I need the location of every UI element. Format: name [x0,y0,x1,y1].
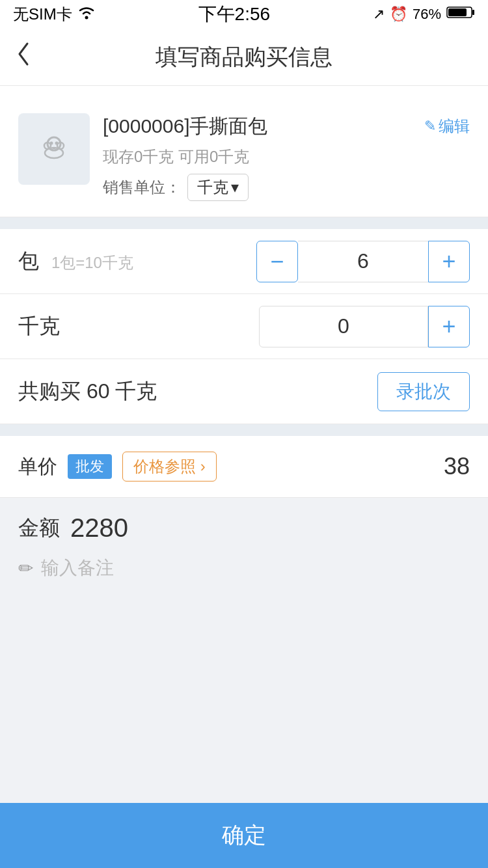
kg-input[interactable] [259,306,428,347]
batch-button[interactable]: 录批次 [377,372,470,411]
note-row[interactable]: ✏ 输入备注 [18,556,470,593]
chevron-down-icon: ▾ [231,178,239,197]
note-placeholder: 输入备注 [41,556,114,580]
bao-input[interactable] [298,241,428,282]
bao-label: 包 1包=10千克 [18,247,256,276]
kg-label: 千克 [18,312,259,341]
price-label: 单价 [18,454,57,480]
amount-section: 金额 2280 ✏ 输入备注 [0,498,488,593]
product-unit: 销售单位： 千克 ▾ [103,174,470,201]
edit-button[interactable]: ✎ 编辑 [424,116,470,137]
product-name: [0000006]手撕面包 [103,113,470,140]
svg-rect-3 [448,8,467,16]
svg-point-0 [85,16,88,20]
price-section: 单价 批发 价格参照 › 38 [0,436,488,498]
edit-icon: ✎ [424,118,436,135]
status-time: 下午2:56 [198,2,271,27]
separator-2 [0,424,488,436]
back-button[interactable] [16,41,31,73]
price-value: 38 [444,453,470,480]
product-thumbnail [18,113,90,185]
price-tag: 批发 [68,454,112,479]
bao-hint: 1包=10千克 [51,254,133,271]
page-title: 填写商品购买信息 [156,42,332,72]
status-bar: 无SIM卡 下午2:56 ↗ ⏰ 76% [0,0,488,29]
kg-increment-button[interactable]: + [428,306,470,347]
confirm-text: 确定 [222,821,266,850]
price-row: 单价 批发 价格参照 › 38 [0,436,488,498]
amount-label: 金额 [18,514,60,543]
confirm-bar[interactable]: 确定 [0,803,488,868]
unit-selector[interactable]: 千克 ▾ [187,174,249,201]
svg-point-9 [55,142,59,145]
svg-point-7 [45,148,63,158]
note-icon: ✏ [18,558,33,579]
separator-1 [0,217,488,229]
bao-decrement-button[interactable]: − [256,241,298,282]
location-icon: ↗ [373,6,385,23]
amount-row: 金额 2280 [18,513,470,543]
svg-point-8 [50,142,53,145]
amount-value: 2280 [70,513,128,543]
product-info: [0000006]手撕面包 现存0千克 可用0千克 销售单位： 千克 ▾ [103,113,470,201]
input-section: 包 1包=10千克 − + 千克 + 共购买 60 千克 录批次 [0,229,488,424]
product-stock: 现存0千克 可用0千克 [103,146,470,167]
product-card: [0000006]手撕面包 现存0千克 可用0千克 销售单位： 千克 ▾ ✎ 编… [0,98,488,217]
nav-bar: 填写商品购买信息 [0,29,488,86]
svg-rect-2 [472,10,474,15]
carrier-text: 无SIM卡 [13,4,72,25]
wifi-icon [77,5,96,23]
kg-row: 千克 + [0,294,488,359]
battery-icon [446,5,475,23]
bao-row: 包 1包=10千克 − + [0,229,488,294]
alarm-icon: ⏰ [390,6,407,23]
status-indicators: ↗ ⏰ 76% [373,5,475,23]
status-carrier: 无SIM卡 [13,4,96,25]
bao-quantity-control: − + [256,241,470,282]
price-reference-button[interactable]: 价格参照 › [122,452,217,481]
battery-text: 76% [413,6,441,23]
unit-label: 销售单位： [103,177,181,198]
kg-quantity-control: + [259,306,470,347]
bao-increment-button[interactable]: + [428,241,470,282]
total-row: 共购买 60 千克 录批次 [0,359,488,424]
total-text: 共购买 60 千克 [18,377,157,406]
